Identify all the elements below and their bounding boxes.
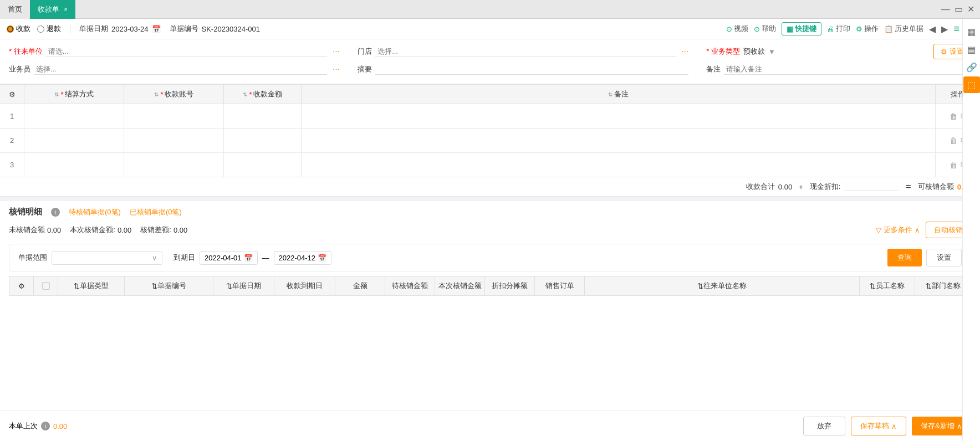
partner-more-btn[interactable]: ··· xyxy=(333,47,340,57)
help-btn[interactable]: ⊙ 帮助 xyxy=(754,24,776,34)
staff-more-btn[interactable]: ··· xyxy=(333,64,340,74)
uncancelled-label: 未核销金额 xyxy=(9,225,45,235)
radio-refund[interactable]: 退款 xyxy=(37,24,61,34)
prev-label: 本单上次 xyxy=(9,421,38,431)
nav-prev-icon[interactable]: ◀ xyxy=(929,24,936,34)
row-delete-btn-3[interactable]: 🗑 xyxy=(950,161,957,170)
sort-type-icon: ⇅ xyxy=(74,282,80,290)
sub-th-recdate-label: 收款到期日 xyxy=(287,281,323,291)
sub-th-verify-label: 本次核销金额 xyxy=(438,281,482,291)
table-settings-col[interactable]: ⚙ xyxy=(0,84,24,104)
section-divider xyxy=(0,197,980,201)
business-type-dropdown-icon[interactable]: ▼ xyxy=(768,48,775,56)
date-to-input[interactable]: 2022-04-12 📅 xyxy=(274,251,332,265)
radio-refund-input[interactable] xyxy=(37,25,44,33)
filter-settings-btn[interactable]: 设置 xyxy=(926,249,962,266)
tab-receipt[interactable]: 收款单 × xyxy=(30,0,75,19)
td-jine-3[interactable] xyxy=(224,153,302,177)
form-section: * 往来单位 ··· 门店 ··· * 业务类型 预收款 ▼ ⚙ 设置 xyxy=(0,39,980,84)
store-input[interactable] xyxy=(375,46,676,57)
summary-input[interactable] xyxy=(375,64,688,75)
td-shoukuan-1[interactable] xyxy=(124,104,224,129)
calendar-icon[interactable]: 📅 xyxy=(152,25,161,33)
nav-next-icon[interactable]: ▶ xyxy=(941,24,948,34)
td-beizhu-1[interactable] xyxy=(302,104,936,129)
business-type-select[interactable]: 预收款 ▼ xyxy=(743,47,930,57)
plus-sign: + xyxy=(799,183,803,191)
verification-section: 核销明细 i 待核销单据(0笔) 已核销单据(0笔) 未核销金额 0.00 本次… xyxy=(0,201,980,411)
td-beizhu-2[interactable] xyxy=(302,129,936,153)
td-row-num-1: 1 xyxy=(0,104,24,129)
remarks-input[interactable] xyxy=(724,64,971,75)
td-jiesuan-3[interactable] xyxy=(24,153,124,177)
shortcut-btn[interactable]: ▦ 快捷键 xyxy=(782,22,821,35)
bottom-info: 本单上次 i 0.00 xyxy=(9,421,67,431)
check-all-checkbox[interactable] xyxy=(42,282,50,290)
right-panel-icon-3[interactable]: 🔗 xyxy=(963,59,980,75)
row-delete-btn-2[interactable]: 🗑 xyxy=(950,136,957,145)
history-btn[interactable]: 📋 历史单据 xyxy=(884,24,923,34)
date-field: 单据日期 2023-03-24 📅 xyxy=(79,24,161,34)
right-panel-icon-2[interactable]: ▤ xyxy=(963,41,980,58)
range-filter-select[interactable]: ∨ xyxy=(52,251,162,265)
calendar-from-icon[interactable]: 📅 xyxy=(244,254,253,262)
pending-tab-link[interactable]: 待核销单据(0笔) xyxy=(69,207,121,217)
radio-refund-label: 退款 xyxy=(47,24,61,34)
shortcut-icon: ▦ xyxy=(787,25,793,33)
th-beizhu: ⇅ 备注 xyxy=(302,84,936,104)
toolbar-divider-1 xyxy=(70,23,70,34)
sub-th-partner: ⇅ 往来单位名称 xyxy=(585,276,860,296)
receipt-table: ⚙ ⇅ * 结算方式 ⇅ * 收款账号 ⇅ * 收款金额 ⇅ 备注 操作 xyxy=(0,84,980,177)
operation-btn[interactable]: ⚙ 操作 xyxy=(856,24,879,34)
total-item: 收款合计 0.00 xyxy=(746,182,792,192)
td-shoukuan-3[interactable] xyxy=(124,153,224,177)
row-delete-btn-1[interactable]: 🗑 xyxy=(950,112,957,121)
tab-close-icon[interactable]: × xyxy=(64,6,68,13)
th-jiesuan: ⇅ * 结算方式 xyxy=(24,84,124,104)
chevron-up-icon: ∧ xyxy=(915,226,920,234)
query-btn[interactable]: 查询 xyxy=(887,249,922,266)
verification-info-icon[interactable]: i xyxy=(51,208,60,217)
right-panel-icon-1[interactable]: ▦ xyxy=(963,23,980,40)
calendar-to-icon[interactable]: 📅 xyxy=(318,254,326,262)
td-jine-2[interactable] xyxy=(224,129,302,153)
receipt-type-radio-group: 收款 退款 xyxy=(7,24,61,34)
video-btn[interactable]: ⊙ 视频 xyxy=(726,24,748,34)
sub-th-check[interactable] xyxy=(34,276,58,296)
window-close-icon[interactable]: ✕ xyxy=(967,4,974,14)
td-jine-1[interactable] xyxy=(224,104,302,129)
store-more-btn[interactable]: ··· xyxy=(681,47,688,57)
table-row: 1 🗑 ⧉ xyxy=(0,104,980,129)
right-panel-icon-4[interactable]: ⬚ xyxy=(963,76,980,93)
sub-th-discount-label: 折扣分摊额 xyxy=(492,281,528,291)
td-shoukuan-2[interactable] xyxy=(124,129,224,153)
more-conditions-btn[interactable]: ▽ 更多条件 ∧ xyxy=(876,225,920,235)
window-restore-icon[interactable]: ▭ xyxy=(955,4,963,14)
date-from-input[interactable]: 2022-04-01 📅 xyxy=(200,251,258,265)
td-jiesuan-2[interactable] xyxy=(24,129,124,153)
sub-th-settings[interactable]: ⚙ xyxy=(9,276,34,296)
save-draft-btn[interactable]: 保存草稿 ∧ xyxy=(851,417,906,435)
print-btn[interactable]: 🖨 打印 xyxy=(827,24,850,34)
td-beizhu-3[interactable] xyxy=(302,153,936,177)
window-minimize-icon[interactable]: — xyxy=(941,4,950,14)
view-mode-icon[interactable]: ≡ xyxy=(953,23,959,35)
save-new-dropdown-icon[interactable]: ∧ xyxy=(957,422,962,430)
business-type-label: * 业务类型 xyxy=(706,47,740,57)
partner-input[interactable] xyxy=(46,46,327,57)
diff-value: 0.00 xyxy=(173,226,187,234)
discount-input[interactable] xyxy=(844,182,899,191)
radio-receive[interactable]: 收款 xyxy=(7,24,30,34)
bottom-info-icon[interactable]: i xyxy=(41,422,50,430)
abandon-btn[interactable]: 放弃 xyxy=(803,417,845,435)
sub-th-employee: ⇅ 员工名称 xyxy=(860,276,915,296)
tab-home[interactable]: 首页 xyxy=(0,0,30,19)
save-draft-dropdown-icon[interactable]: ∧ xyxy=(891,422,897,430)
th-jine: ⇅ * 收款金额 xyxy=(224,84,302,104)
td-jiesuan-1[interactable] xyxy=(24,104,124,129)
radio-receive-input[interactable] xyxy=(7,25,14,33)
due-label: 到期日 xyxy=(173,253,195,263)
done-tab-link[interactable]: 已核销单据(0笔) xyxy=(130,207,182,217)
staff-input[interactable] xyxy=(34,64,327,75)
th-shoukuan-label: 收款账号 xyxy=(165,89,193,99)
